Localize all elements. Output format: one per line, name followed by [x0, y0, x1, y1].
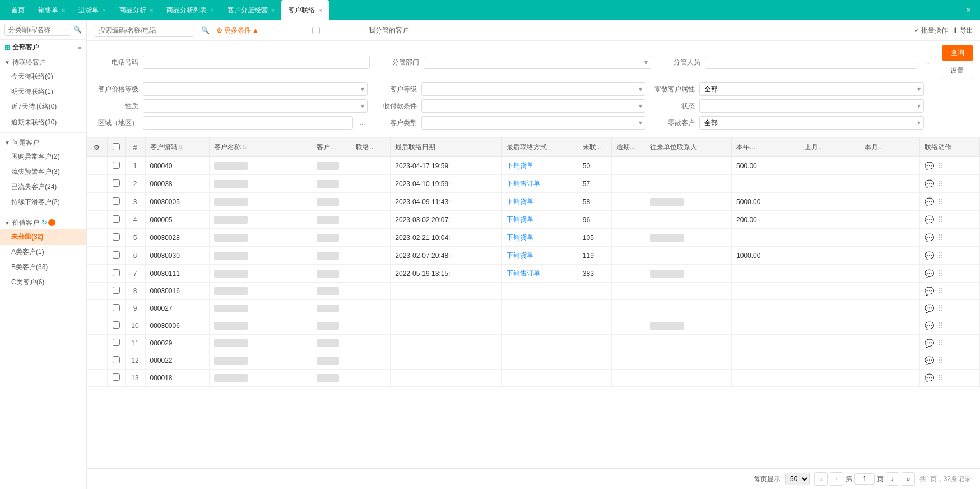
reset-button[interactable]: 设置 [941, 63, 973, 79]
page-number-input[interactable] [854, 473, 875, 485]
more-icon[interactable]: ⠿ [937, 197, 943, 206]
sidebar-search-input[interactable] [4, 24, 71, 36]
export-button[interactable]: ⬆ 导出 [953, 26, 973, 35]
close-customer-contact[interactable]: × [318, 7, 322, 13]
more-icon[interactable]: ⠿ [937, 373, 943, 382]
refresh-icon[interactable]: ↻ [41, 219, 47, 227]
td-checkbox-cell[interactable] [107, 157, 125, 175]
filter-status-select[interactable] [699, 99, 924, 113]
query-button[interactable]: 查询 [942, 45, 973, 61]
filter-price-select[interactable] [143, 82, 368, 96]
batch-op-button[interactable]: ✓ 批量操作 [914, 26, 948, 35]
td-checkbox-cell[interactable] [107, 229, 125, 247]
more-icon[interactable]: ⠿ [937, 287, 943, 296]
nav-product-analysis-list[interactable]: 商品分析列表 × [160, 0, 220, 20]
sidebar-item-ungrouped[interactable]: 未分组(32) [0, 229, 86, 245]
filter-nature-select[interactable] [143, 99, 368, 113]
more-icon[interactable]: ⠿ [937, 356, 943, 365]
chat-icon[interactable]: 💬 [925, 373, 934, 382]
row-checkbox[interactable] [113, 269, 120, 276]
row-checkbox[interactable] [113, 373, 120, 381]
th-this-year[interactable]: 本年... [732, 138, 800, 157]
search-input[interactable] [94, 24, 194, 37]
row-checkbox[interactable] [113, 356, 120, 363]
chat-icon[interactable]: 💬 [925, 339, 934, 348]
last-method-link[interactable]: 下销货单 [507, 251, 533, 259]
more-icon[interactable]: ⠿ [937, 269, 943, 278]
row-checkbox[interactable] [113, 162, 120, 169]
th-last-date[interactable]: 最后联络日期 [391, 138, 502, 157]
prev-page-btn[interactable]: ‹ [830, 472, 843, 486]
filter-cust-type-select[interactable] [421, 116, 646, 130]
more-icon[interactable]: ⠿ [937, 215, 943, 224]
more-icon[interactable]: ⠿ [937, 233, 943, 242]
more-icon[interactable]: ⠿ [937, 179, 943, 188]
chat-icon[interactable]: 💬 [925, 197, 934, 206]
dots-icon-1[interactable]: ... [922, 58, 932, 66]
filter-search-icon[interactable]: 🔍 [201, 26, 210, 34]
sidebar-group-problem[interactable]: ▼ 问题客户 [0, 135, 86, 149]
chat-icon[interactable]: 💬 [925, 321, 934, 330]
th-last-month[interactable]: 上月... [800, 138, 860, 157]
nav-customer-contact[interactable]: 客户联络 × [281, 0, 328, 20]
sidebar-item-today-pending[interactable]: 今天待联络(0) [0, 69, 86, 84]
chat-icon[interactable]: 💬 [925, 215, 934, 224]
td-checkbox-cell[interactable] [107, 211, 125, 229]
sidebar-item-class-a[interactable]: A类客户(1) [0, 245, 86, 260]
filter-retail-cust-select[interactable]: 全部 [699, 116, 924, 130]
td-checkbox-cell[interactable] [107, 247, 125, 265]
sidebar-item-abnormal-purchase[interactable]: 囤购异常客户(2) [0, 149, 86, 164]
sidebar-search-icon[interactable]: 🔍 [73, 26, 82, 34]
sidebar-item-7days-pending[interactable]: 近7天待联络(0) [0, 99, 86, 114]
th-name[interactable]: 客户名称⇅ [210, 138, 312, 157]
last-method-link[interactable]: 下销货单 [507, 233, 533, 241]
sidebar-item-declining[interactable]: 持续下滑客户(2) [0, 195, 86, 210]
nav-product-analysis[interactable]: 商品分析 × [113, 0, 160, 20]
chat-icon[interactable]: 💬 [925, 304, 934, 313]
more-icon[interactable]: ⠿ [937, 321, 943, 330]
td-checkbox-cell[interactable] [107, 193, 125, 211]
th-last-method[interactable]: 最后联络方式 [501, 138, 578, 157]
th-contact[interactable]: 联络... [351, 138, 391, 157]
sidebar-item-churned[interactable]: 已流失客户(24) [0, 179, 86, 195]
chat-icon[interactable]: 💬 [925, 251, 934, 260]
td-checkbox-cell[interactable] [107, 370, 125, 387]
more-conditions-btn[interactable]: ⚙ 更多条件 ▲ [216, 26, 259, 35]
row-checkbox[interactable] [113, 287, 120, 294]
filter-input-phone[interactable] [143, 56, 370, 69]
chat-icon[interactable]: 💬 [925, 356, 934, 365]
close-customer-tier[interactable]: × [271, 7, 275, 13]
td-checkbox-cell[interactable] [107, 352, 125, 370]
chat-icon[interactable]: 💬 [925, 179, 934, 188]
row-checkbox[interactable] [113, 197, 120, 205]
sidebar-item-churn-warning[interactable]: 流失预警客户(3) [0, 164, 86, 179]
row-checkbox[interactable] [113, 251, 120, 259]
sidebar-group-value[interactable]: ▼ 价值客户 ↻ ! [0, 215, 86, 229]
next-page-btn[interactable]: › [886, 472, 899, 486]
td-checkbox-cell[interactable] [107, 175, 125, 193]
first-page-btn[interactable]: « [814, 472, 828, 486]
sidebar-item-tomorrow-pending[interactable]: 明天待联络(1) [0, 84, 86, 99]
filter-input-manager[interactable] [705, 56, 917, 69]
filter-dept-select[interactable] [424, 56, 651, 69]
th-code[interactable]: 客户编码⇅ [145, 138, 210, 157]
more-icon[interactable]: ⠿ [937, 251, 943, 260]
settings-icon[interactable]: ⚙ [94, 144, 100, 151]
close-sales-order[interactable]: × [62, 7, 65, 13]
sidebar-item-class-b[interactable]: B类客户(33) [0, 260, 86, 275]
my-customers-check[interactable] [266, 27, 366, 34]
td-checkbox-cell[interactable] [107, 300, 125, 317]
sidebar-all-customers[interactable]: ⊞ 全部客户 « [0, 40, 86, 55]
chat-icon[interactable]: 💬 [925, 269, 934, 278]
last-method-link[interactable]: 下销货单 [507, 215, 533, 223]
more-icon[interactable]: ⠿ [937, 339, 943, 348]
td-checkbox-cell[interactable] [107, 265, 125, 283]
th-no-contact[interactable]: 未联... [578, 138, 611, 157]
nav-sales-order[interactable]: 销售单 × [31, 0, 72, 20]
th-checkbox[interactable] [107, 138, 125, 157]
th-settings[interactable]: ⚙ [87, 138, 107, 157]
last-method-link[interactable]: 下销货单 [507, 197, 533, 205]
filter-input-region[interactable] [143, 116, 353, 130]
th-type[interactable]: 客户... [312, 138, 351, 157]
nav-purchase-order[interactable]: 进货单 × [72, 0, 112, 20]
